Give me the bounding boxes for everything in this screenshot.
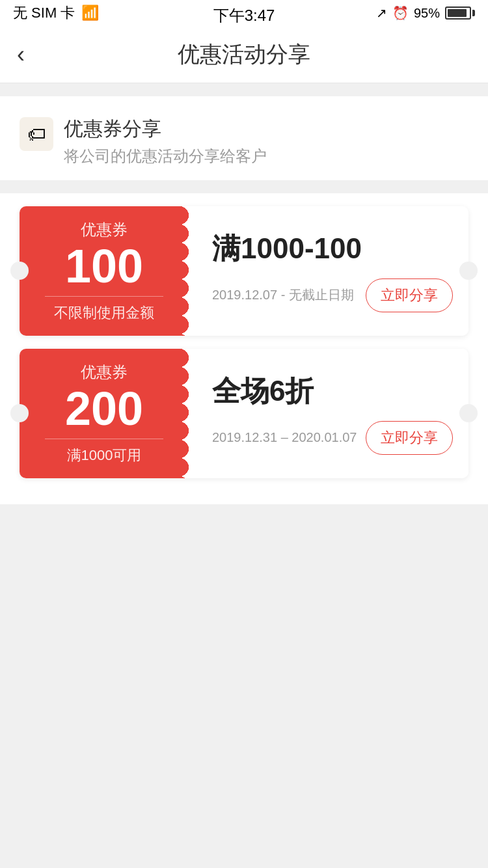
coupon-label-2: 优惠券 xyxy=(81,362,128,383)
coupon-item-2: 优惠券 200 满1000可用 全场6折 2019.12.31 – 2020.0… xyxy=(20,349,468,478)
back-button[interactable]: ‹ xyxy=(17,41,25,68)
coupon-right-1: 满1000-100 2019.12.07 - 无截止日期 立即分享 xyxy=(189,206,468,336)
coupon-name-2: 全场6折 xyxy=(212,372,453,411)
coupon-icon: 🏷 xyxy=(27,124,46,145)
coupon-list: 优惠券 100 不限制使用金额 满1000-100 2019.12.07 - 无… xyxy=(0,193,488,504)
section-title: 优惠券分享 xyxy=(64,116,267,141)
coupon-left-1: 优惠券 100 不限制使用金额 xyxy=(20,206,189,336)
coupon-date-1: 2019.12.07 - 无截止日期 xyxy=(212,286,359,304)
coupon-condition-2: 满1000可用 xyxy=(67,446,142,465)
battery-icon xyxy=(445,7,475,20)
back-arrow-icon: ‹ xyxy=(17,41,25,68)
status-right: ↗ ⏰ 95% xyxy=(376,5,475,21)
nav-bar: ‹ 优惠活动分享 xyxy=(0,26,488,83)
coupon-value-2: 200 xyxy=(65,385,143,432)
coupon-notch-left-1 xyxy=(10,262,29,280)
coupon-label-1: 优惠券 xyxy=(81,219,128,240)
location-icon: ↗ xyxy=(376,5,387,21)
coupon-divider-1 xyxy=(45,296,163,297)
coupon-divider-2 xyxy=(45,439,163,439)
coupon-date-2: 2019.12.31 – 2020.01.07 xyxy=(212,430,359,445)
section-subtitle: 将公司的优惠活动分享给客户 xyxy=(64,145,267,167)
status-bar: 无 SIM 卡 📶 下午3:47 ↗ ⏰ 95% xyxy=(0,0,488,26)
coupon-right-2: 全场6折 2019.12.31 – 2020.01.07 立即分享 xyxy=(189,349,468,478)
section-text: 优惠券分享 将公司的优惠活动分享给客户 xyxy=(64,116,267,167)
carrier-text: 无 SIM 卡 xyxy=(13,3,75,23)
wifi-icon: 📶 xyxy=(81,5,99,21)
coupon-date-row-1: 2019.12.07 - 无截止日期 立即分享 xyxy=(212,278,453,312)
coupon-share-button-2[interactable]: 立即分享 xyxy=(366,421,453,455)
status-time: 下午3:47 xyxy=(213,5,275,26)
alarm-icon: ⏰ xyxy=(392,5,409,21)
coupon-notch-left-2 xyxy=(10,404,29,422)
coupon-condition-1: 不限制使用金额 xyxy=(54,303,154,323)
battery-percentage: 95% xyxy=(414,6,440,21)
coupon-value-1: 100 xyxy=(65,243,143,290)
coupon-left-2: 优惠券 200 满1000可用 xyxy=(20,349,189,478)
coupon-share-button-1[interactable]: 立即分享 xyxy=(366,278,453,312)
status-left: 无 SIM 卡 📶 xyxy=(13,3,99,23)
page-title: 优惠活动分享 xyxy=(178,40,310,70)
section-header: 🏷 优惠券分享 将公司的优惠活动分享给客户 xyxy=(0,96,488,180)
section-icon: 🏷 xyxy=(20,117,53,151)
coupon-notch-right-1 xyxy=(459,262,478,280)
coupon-name-1: 满1000-100 xyxy=(212,230,453,268)
coupon-date-row-2: 2019.12.31 – 2020.01.07 立即分享 xyxy=(212,421,453,455)
coupon-item-1: 优惠券 100 不限制使用金额 满1000-100 2019.12.07 - 无… xyxy=(20,206,468,336)
coupon-notch-right-2 xyxy=(459,404,478,422)
page-background xyxy=(0,504,488,868)
